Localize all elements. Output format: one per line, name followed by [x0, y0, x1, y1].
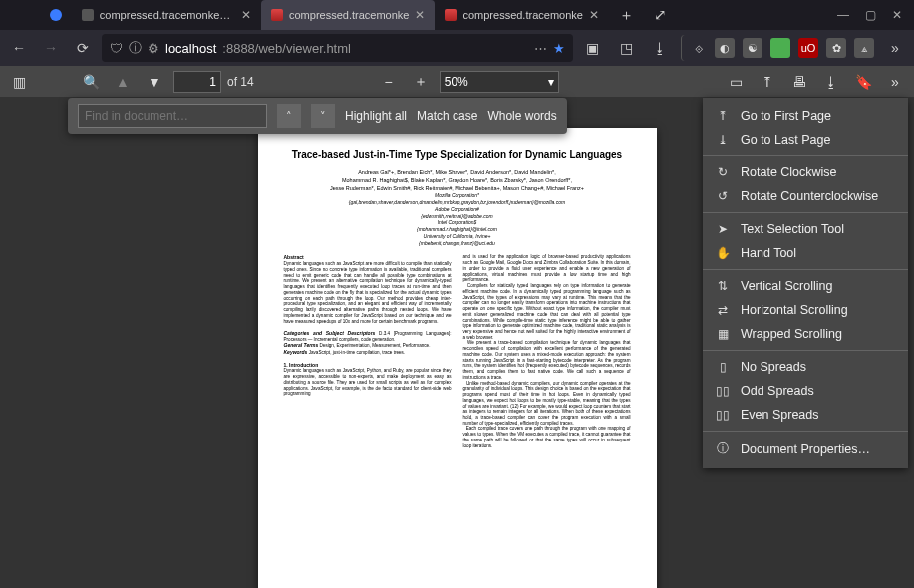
menu-even-spreads[interactable]: ▯▯Even Spreads: [703, 403, 908, 427]
window-minimize[interactable]: —: [837, 8, 849, 22]
hand-icon: ✋: [715, 246, 731, 260]
permission-icon: ⚙: [148, 41, 159, 56]
titlebar: compressed.tracemonkey-pl ✕ compressed.t…: [0, 0, 914, 30]
next-page-button[interactable]: ▼: [142, 69, 167, 95]
menu-text-select[interactable]: ➤Text Selection Tool: [703, 217, 908, 241]
authors: Jesse Ruderman*, Edwin Smith#, Rick Reit…: [284, 185, 631, 191]
menu-rotate-cw[interactable]: ↻Rotate Clockwise: [703, 160, 908, 184]
download-button[interactable]: ⭳: [818, 69, 844, 95]
star-icon[interactable]: ★: [553, 41, 565, 56]
url-path: :8888/web/viewer.html: [222, 41, 351, 56]
rotate-ccw-icon: ↺: [715, 189, 731, 203]
find-next-button[interactable]: ˅: [311, 104, 335, 128]
menu-first-page[interactable]: ⤒Go to First Page: [703, 104, 908, 128]
ext-5[interactable]: ✿: [826, 38, 846, 58]
highlight-all-toggle[interactable]: Highlight all: [345, 109, 407, 123]
print-button[interactable]: 🖶: [786, 69, 812, 95]
page-count: of 14: [227, 75, 254, 89]
tab-title: compressed.tracemonke: [289, 9, 409, 21]
match-case-toggle[interactable]: Match case: [417, 109, 477, 123]
menu-rotate-ccw[interactable]: ↺Rotate Counterclockwise: [703, 184, 908, 208]
overflow-icon[interactable]: »: [882, 35, 908, 61]
expand-tabs-button[interactable]: ⤢: [644, 6, 677, 24]
affiliation: Adobe Corporation#: [284, 207, 631, 213]
tab-2[interactable]: compressed.tracemonke ✕: [261, 0, 435, 30]
ext-ublock[interactable]: uO: [798, 38, 818, 58]
ext-3[interactable]: [770, 38, 790, 58]
close-icon[interactable]: ✕: [241, 8, 251, 22]
menu-separator: [703, 212, 908, 213]
tab-0[interactable]: [40, 0, 72, 30]
reader-icon[interactable]: ⋯: [534, 41, 547, 56]
pdf-favicon: [271, 9, 283, 21]
doc-title: Trace-based Just-in-Time Type Specializa…: [284, 149, 631, 161]
page-number-input[interactable]: [173, 71, 221, 93]
authors: Mohammad R. Haghighat$, Blake Kaplan*, G…: [284, 177, 631, 183]
ext-6[interactable]: ⟁: [854, 38, 874, 58]
container-icon[interactable]: ◳: [613, 35, 639, 61]
ext-1[interactable]: ◐: [715, 38, 735, 58]
favicon: [50, 9, 62, 21]
pdf-toolbar: ▥ 🔍 ▲ ▼ of 14 − ＋ 50% ▾ ▭ ⤒ 🖶 ⭳ 🔖 »: [0, 66, 914, 98]
menu-vertical-scroll[interactable]: ⇅Vertical Scrolling: [703, 274, 908, 298]
menu-hand-tool[interactable]: ✋Hand Tool: [703, 241, 908, 265]
window-close[interactable]: ✕: [892, 8, 902, 22]
favicon: [82, 9, 94, 21]
left-column: Abstract Dynamic languages such as JavaS…: [284, 254, 452, 448]
close-icon[interactable]: ✕: [415, 8, 425, 22]
bookmark-button[interactable]: 🔖: [850, 69, 876, 95]
menu-wrapped-scroll[interactable]: ▦Wrapped Scrolling: [703, 322, 908, 346]
find-input[interactable]: [78, 104, 267, 128]
back-button[interactable]: ←: [6, 35, 32, 61]
find-prev-button[interactable]: ˄: [277, 104, 301, 128]
oddspread-icon: ▯▯: [715, 384, 731, 398]
pocket-icon[interactable]: ▣: [579, 35, 605, 61]
prev-page-button[interactable]: ▲: [110, 69, 136, 95]
menu-horizontal-scroll[interactable]: ⇄Horizontal Scrolling: [703, 298, 908, 322]
shield-icon: 🛡: [110, 41, 123, 56]
secondary-toolbar-menu: ⤒Go to First Page ⤓Go to Last Page ↻Rota…: [703, 98, 908, 468]
url-bar[interactable]: 🛡 ⓘ ⚙ localhost:8888/web/viewer.html ⋯ ★: [102, 34, 573, 62]
right-column: and is used for the application logic of…: [463, 254, 631, 448]
menu-separator: [703, 155, 908, 156]
cursor-icon: ➤: [715, 222, 731, 236]
search-icon[interactable]: 🔍: [78, 69, 104, 95]
zoom-select[interactable]: 50% ▾: [440, 71, 559, 93]
menu-separator: [703, 431, 908, 432]
window-maximize[interactable]: ▢: [865, 8, 876, 22]
navigation-toolbar: ← → ⟳ 🛡 ⓘ ⚙ localhost:8888/web/viewer.ht…: [0, 30, 914, 66]
menu-separator: [703, 350, 908, 351]
url-host: localhost: [165, 41, 216, 56]
library-icon[interactable]: ⟐: [681, 35, 707, 61]
menu-odd-spreads[interactable]: ▯▯Odd Spreads: [703, 379, 908, 403]
ext-2[interactable]: ☯: [743, 38, 762, 58]
new-tab-button[interactable]: ＋: [609, 6, 644, 25]
intro-heading: 1. Introduction: [284, 362, 319, 368]
affiliation: University of California, Irvine+: [284, 234, 631, 240]
first-page-icon: ⤒: [715, 109, 731, 123]
chevron-down-icon: ▾: [548, 75, 554, 89]
pdf-page-1: Trace-based Just-in-Time Type Specializa…: [258, 128, 657, 588]
close-icon[interactable]: ✕: [589, 8, 599, 22]
vscroll-icon: ⇅: [715, 279, 731, 293]
presentation-button[interactable]: ▭: [723, 69, 749, 95]
menu-last-page[interactable]: ⤓Go to Last Page: [703, 128, 908, 151]
abstract-heading: Abstract: [284, 254, 304, 260]
whole-words-toggle[interactable]: Whole words: [487, 109, 556, 123]
tools-button[interactable]: »: [882, 69, 908, 95]
download-icon[interactable]: ⭳: [647, 35, 673, 61]
forward-button[interactable]: →: [38, 35, 64, 61]
rotate-cw-icon: ↻: [715, 165, 731, 179]
menu-no-spreads[interactable]: ▯No Spreads: [703, 355, 908, 379]
hscroll-icon: ⇄: [715, 303, 731, 317]
zoom-out-button[interactable]: −: [376, 69, 402, 95]
zoom-in-button[interactable]: ＋: [408, 69, 434, 95]
reload-button[interactable]: ⟳: [70, 35, 96, 61]
tab-1[interactable]: compressed.tracemonkey-pl ✕: [72, 0, 261, 30]
open-file-button[interactable]: ⤒: [755, 69, 780, 95]
sidebar-toggle[interactable]: ▥: [6, 69, 32, 95]
tab-title: compressed.tracemonke: [462, 9, 582, 21]
authors: Andreas Gal*+, Brendan Eich*, Mike Shave…: [284, 169, 631, 175]
tab-3[interactable]: compressed.tracemonke ✕: [435, 0, 608, 30]
menu-doc-properties[interactable]: ⓘDocument Properties…: [703, 436, 908, 462]
